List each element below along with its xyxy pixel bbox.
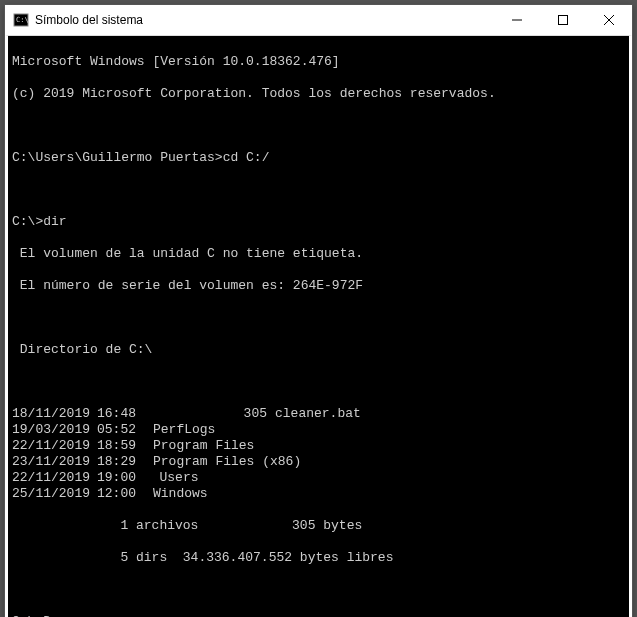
svg-rect-3 [559, 16, 568, 25]
svg-text:C:\: C:\ [16, 16, 29, 24]
dir-entry: 25/11/201912:00Windows [12, 486, 625, 502]
prompt-line: C:\>dir [12, 214, 625, 230]
close-button[interactable] [586, 5, 632, 35]
titlebar[interactable]: C:\ Símbolo del sistema [5, 5, 632, 35]
dir-of-line: Directorio de C:\ [12, 342, 625, 358]
dir-listing-c: 18/11/201916:48305cleaner.bat19/03/20190… [12, 406, 625, 502]
maximize-button[interactable] [540, 5, 586, 35]
terminal-output[interactable]: Microsoft Windows [Versión 10.0.18362.47… [5, 35, 632, 617]
header-line: (c) 2019 Microsoft Corporation. Todos lo… [12, 86, 625, 102]
minimize-button[interactable] [494, 5, 540, 35]
summary-line: 1 archivos 305 bytes [12, 518, 625, 534]
dir-entry: 23/11/201918:29Program Files (x86) [12, 454, 625, 470]
header-line: Microsoft Windows [Versión 10.0.18362.47… [12, 54, 625, 70]
window-controls [494, 5, 632, 35]
cmd-window: C:\ Símbolo del sistema Microsoft Window… [4, 4, 633, 617]
dir-entry: 22/11/201919:00Users [12, 470, 625, 486]
window-title: Símbolo del sistema [35, 13, 494, 27]
dir-entry: 19/03/201905:52PerfLogs [12, 422, 625, 438]
volume-line: El volumen de la unidad C no tiene etiqu… [12, 246, 625, 262]
cmd-icon: C:\ [13, 12, 29, 28]
serial-line: El número de serie del volumen es: 264E-… [12, 278, 625, 294]
dir-entry: 18/11/201916:48305cleaner.bat [12, 406, 625, 422]
prompt-line: C:\Users\Guillermo Puertas>cd C:/ [12, 150, 625, 166]
summary-line: 5 dirs 34.336.407.552 bytes libres [12, 550, 625, 566]
dir-entry: 22/11/201918:59Program Files [12, 438, 625, 454]
